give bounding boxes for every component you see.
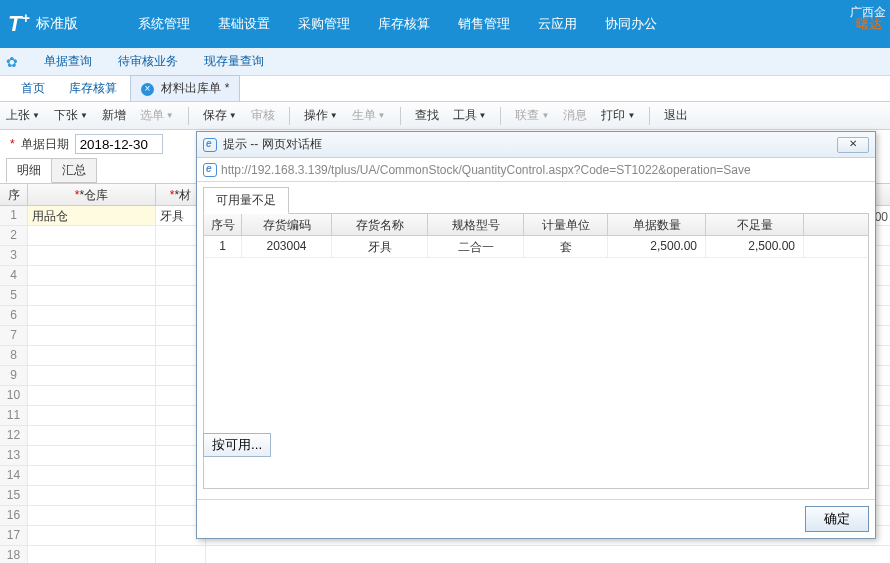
- ok-button[interactable]: 确定: [805, 506, 869, 532]
- tab-summary[interactable]: 汇总: [51, 158, 97, 183]
- dialog-close-button[interactable]: ✕: [837, 137, 869, 153]
- toolbar: 上张▼ 下张▼ 新增 选单▼ 保存▼ 审核 操作▼ 生单▼ 查找 工具▼ 联查▼…: [0, 102, 890, 130]
- find-button[interactable]: 查找: [415, 107, 439, 124]
- exit-button[interactable]: 退出: [664, 107, 688, 124]
- next-button[interactable]: 下张▼: [54, 107, 88, 124]
- required-marker: *: [10, 137, 15, 151]
- nav-purchase[interactable]: 采购管理: [298, 15, 350, 33]
- dialog-tab[interactable]: 可用量不足: [203, 187, 289, 214]
- corner-label: 广西金: [850, 4, 886, 21]
- sub-bar: ✿ 单据查询 待审核业务 现存量查询: [0, 48, 890, 76]
- nav-cloud[interactable]: 云应用: [538, 15, 577, 33]
- date-input[interactable]: [75, 134, 163, 154]
- dialog-grid: 序号 存货编码 存货名称 规格型号 计量单位 单据数量 不足量 1203004牙…: [203, 213, 869, 489]
- nav-inventory[interactable]: 库存核算: [378, 15, 430, 33]
- dialog-titlebar[interactable]: 提示 -- 网页对话框 ✕: [197, 132, 875, 158]
- tab-inventory[interactable]: 库存核算: [58, 75, 128, 101]
- date-label: 单据日期: [21, 136, 69, 153]
- add-button[interactable]: 新增: [102, 107, 126, 124]
- tab-detail[interactable]: 明细: [6, 158, 52, 183]
- select-button[interactable]: 选单▼: [140, 107, 174, 124]
- col-warehouse: **仓库: [28, 184, 156, 205]
- nav-base[interactable]: 基础设置: [218, 15, 270, 33]
- main-nav: 系统管理 基础设置 采购管理 库存核算 销售管理 云应用 协同办公: [138, 15, 856, 33]
- nav-sales[interactable]: 销售管理: [458, 15, 510, 33]
- col-sn: 序号: [0, 184, 28, 205]
- audit-button[interactable]: 审核: [251, 107, 275, 124]
- dialog-url-bar: http://192.168.3.139/tplus/UA/CommonStoc…: [197, 158, 875, 182]
- msg-button[interactable]: 消息: [563, 107, 587, 124]
- link-button[interactable]: 联查▼: [515, 107, 549, 124]
- table-row[interactable]: 18: [0, 546, 890, 563]
- ie-icon: [203, 163, 217, 177]
- page-tabs: 首页 库存核算 × 材料出库单 *: [0, 76, 890, 102]
- nav-collab[interactable]: 协同办公: [605, 15, 657, 33]
- dcol-name: 存货名称: [332, 214, 428, 235]
- dcol-code: 存货编码: [242, 214, 332, 235]
- dialog-title: 提示 -- 网页对话框: [223, 136, 831, 153]
- dialog-url: http://192.168.3.139/tplus/UA/CommonStoc…: [221, 163, 751, 177]
- subbar-query[interactable]: 单据查询: [44, 53, 92, 70]
- operate-button[interactable]: 操作▼: [304, 107, 338, 124]
- nav-system[interactable]: 系统管理: [138, 15, 190, 33]
- tab-home[interactable]: 首页: [10, 75, 56, 101]
- dcol-lack: 不足量: [706, 214, 804, 235]
- dcol-sn: 序号: [204, 214, 242, 235]
- tools-button[interactable]: 工具▼: [453, 107, 487, 124]
- table-row[interactable]: 1203004牙具二合一套2,500.002,500.00: [204, 236, 868, 258]
- prev-button[interactable]: 上张▼: [6, 107, 40, 124]
- dcol-qty: 单据数量: [608, 214, 706, 235]
- app-header: T+ 标准版 系统管理 基础设置 采购管理 库存核算 销售管理 云应用 协同办公…: [0, 0, 890, 48]
- subbar-stock[interactable]: 现存量查询: [204, 53, 264, 70]
- logo: T+: [8, 10, 30, 37]
- generate-button[interactable]: 生单▼: [352, 107, 386, 124]
- print-button[interactable]: 打印▼: [601, 107, 635, 124]
- dcol-unit: 计量单位: [524, 214, 608, 235]
- gear-icon[interactable]: ✿: [6, 54, 18, 70]
- save-button[interactable]: 保存▼: [203, 107, 237, 124]
- subbar-pending[interactable]: 待审核业务: [118, 53, 178, 70]
- by-available-button[interactable]: 按可用...: [203, 433, 271, 457]
- close-icon[interactable]: ×: [141, 83, 154, 96]
- alert-dialog: 提示 -- 网页对话框 ✕ http://192.168.3.139/tplus…: [196, 131, 876, 539]
- tab-material-out[interactable]: × 材料出库单 *: [130, 75, 240, 101]
- ie-icon: [203, 138, 217, 152]
- dcol-spec: 规格型号: [428, 214, 524, 235]
- overflow-value: 00: [875, 210, 888, 224]
- edition-label: 标准版: [36, 15, 78, 33]
